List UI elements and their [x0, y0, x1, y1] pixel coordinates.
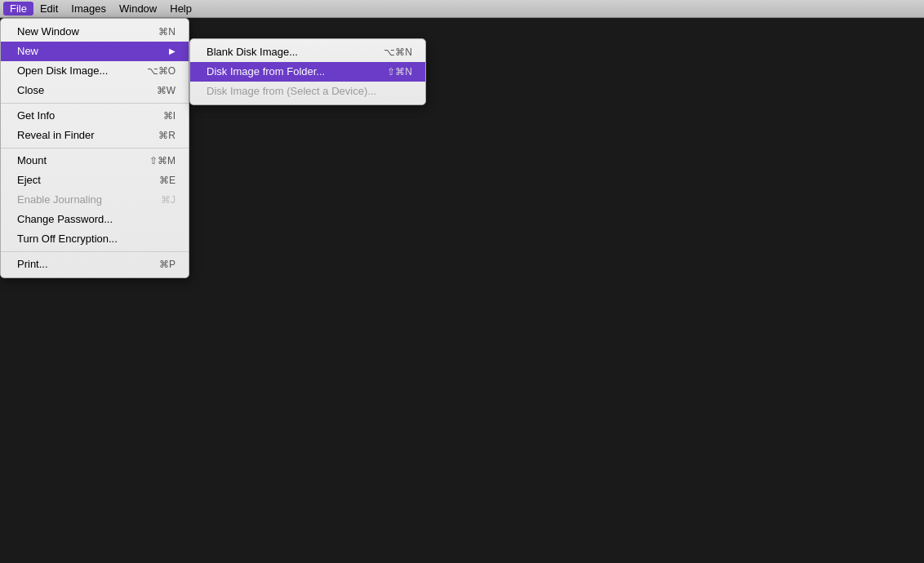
menu-item-new[interactable]: New ▶ [1, 42, 189, 61]
menu-item-get-info-shortcut: ⌘I [163, 108, 175, 124]
menu-item-open-disk-image-shortcut: ⌥⌘O [147, 63, 175, 79]
menu-item-change-password[interactable]: Change Password... [1, 210, 189, 229]
menubar-item-edit[interactable]: Edit [33, 2, 64, 16]
menu-item-disk-image-from-device: Disk Image from (Select a Device)... [190, 82, 425, 101]
menu-item-print-shortcut: ⌘P [159, 256, 175, 273]
menu-item-blank-disk-image-shortcut: ⌥⌘N [384, 44, 412, 60]
menu-item-enable-journaling-shortcut: ⌘J [161, 192, 175, 208]
menu-item-close-shortcut: ⌘W [157, 82, 175, 99]
menu-item-mount-label: Mount [17, 153, 47, 169]
menu-item-disk-image-from-device-label: Disk Image from (Select a Device)... [207, 83, 376, 100]
menu-item-print[interactable]: Print... ⌘P [1, 255, 189, 274]
menu-item-new-label: New [17, 43, 38, 60]
menu-item-close[interactable]: Close ⌘W [1, 81, 189, 100]
menu-item-new-window[interactable]: New Window ⌘N [1, 22, 189, 42]
menu-item-open-disk-image-label: Open Disk Image... [17, 63, 108, 79]
menu-item-new-container: New ▶ Blank Disk Image... ⌥⌘N Disk Image… [1, 42, 189, 61]
menu-item-eject[interactable]: Eject ⌘E [1, 171, 189, 190]
menu-bar: File Edit Images Window Help [0, 0, 924, 18]
menu-item-disk-image-from-folder[interactable]: Disk Image from Folder... ⇧⌘N [190, 62, 425, 82]
menu-item-print-label: Print... [17, 256, 48, 273]
menu-item-new-window-shortcut: ⌘N [158, 24, 175, 40]
menu-item-get-info-label: Get Info [17, 108, 55, 124]
separator-3 [1, 251, 189, 252]
menu-item-new-window-label: New Window [17, 24, 79, 40]
menu-item-disk-image-from-folder-shortcut: ⇧⌘N [387, 64, 412, 80]
menu-item-blank-disk-image[interactable]: Blank Disk Image... ⌥⌘N [190, 42, 425, 62]
menu-item-mount-shortcut: ⇧⌘M [149, 153, 175, 169]
menu-item-blank-disk-image-label: Blank Disk Image... [207, 44, 298, 60]
menu-item-open-disk-image[interactable]: Open Disk Image... ⌥⌘O [1, 61, 189, 81]
menu-item-reveal-in-finder[interactable]: Reveal in Finder ⌘R [1, 126, 189, 145]
separator-1 [1, 103, 189, 104]
menu-item-reveal-in-finder-label: Reveal in Finder [17, 127, 95, 144]
menu-item-close-label: Close [17, 82, 44, 99]
menu-item-get-info[interactable]: Get Info ⌘I [1, 106, 189, 126]
menu-item-disk-image-from-folder-label: Disk Image from Folder... [207, 64, 325, 80]
menubar-item-window[interactable]: Window [113, 2, 163, 16]
menu-item-new-arrow: ▶ [169, 43, 175, 60]
separator-2 [1, 148, 189, 149]
menu-item-reveal-in-finder-shortcut: ⌘R [158, 127, 175, 144]
menu-item-enable-journaling-label: Enable Journaling [17, 192, 102, 208]
menu-item-mount[interactable]: Mount ⇧⌘M [1, 151, 189, 171]
menu-item-eject-label: Eject [17, 172, 41, 188]
menubar-item-file[interactable]: File [3, 2, 33, 16]
menubar-item-help[interactable]: Help [163, 2, 198, 16]
menu-item-turn-off-encryption-label: Turn Off Encryption... [17, 231, 118, 247]
menu-item-enable-journaling: Enable Journaling ⌘J [1, 190, 189, 210]
new-submenu: Blank Disk Image... ⌥⌘N Disk Image from … [189, 38, 426, 105]
menubar-item-images[interactable]: Images [64, 2, 113, 16]
file-menu: New Window ⌘N New ▶ Blank Disk Image... … [0, 18, 189, 278]
menu-item-change-password-label: Change Password... [17, 211, 113, 228]
menu-item-turn-off-encryption[interactable]: Turn Off Encryption... [1, 229, 189, 249]
menu-item-eject-shortcut: ⌘E [159, 172, 175, 188]
